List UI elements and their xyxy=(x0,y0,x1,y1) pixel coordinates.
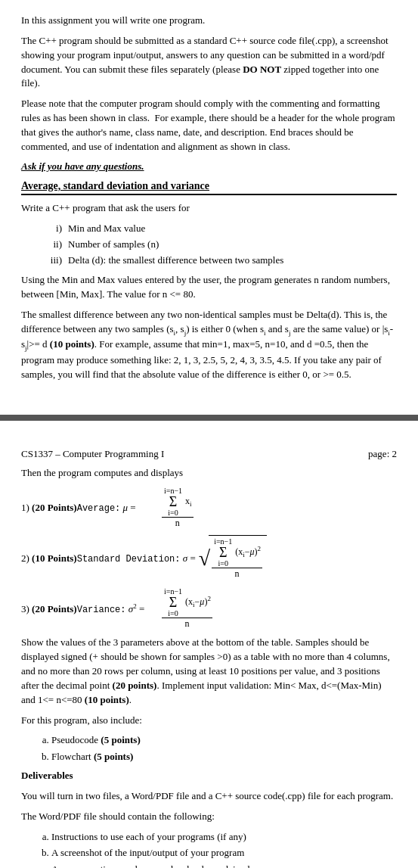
para4: Using the Min and Max values entered by … xyxy=(21,273,397,302)
para3: Please note that the computer program sh… xyxy=(21,97,397,154)
list-num-1: i) xyxy=(44,221,65,237)
word-pdf-list: Instructions to use each of your program… xyxy=(44,830,397,868)
deliverables-title: Deliverables xyxy=(21,769,397,783)
para1: In this assignment you will write one pr… xyxy=(21,14,397,28)
list-row-1: i) Min and Max value xyxy=(44,221,286,237)
word-pdf-para: The Word/PDF file should contain the fol… xyxy=(21,810,397,824)
formula-average-label: 1) (20 Points)Average: μ = xyxy=(21,502,157,514)
formula-average-math: i=n−1 Σ i=0 xi n xyxy=(160,487,195,529)
formula-variance-math: i=n−1 Σ i=0 (xi−μ)2 n xyxy=(160,587,214,630)
formula-average: 1) (20 Points)Average: μ = i=n−1 Σ i=0 x… xyxy=(21,487,397,529)
para2: The C++ program should be submitted as a… xyxy=(21,34,397,91)
header-left: CS1337 – Computer Programming I xyxy=(21,448,164,460)
word-pdf-item-2: A screenshot of the input/output of your… xyxy=(51,846,397,860)
word-pdf-item-3: Any assumption you have made, clearly ex… xyxy=(51,863,397,868)
page2: CS1337 – Computer Programming I page: 2 … xyxy=(0,434,418,868)
header-right: page: 2 xyxy=(368,448,397,460)
list-items: i) Min and Max value ii) Number of sampl… xyxy=(44,221,397,269)
ask-link[interactable]: Ask if you have any questions. xyxy=(21,160,397,173)
list-val-2: Number of samples (n) xyxy=(65,237,286,253)
show-para: Show the values of the 3 parameters abov… xyxy=(21,636,397,707)
word-pdf-item-1: Instructions to use each of your program… xyxy=(51,830,397,845)
also-para: For this program, also include: xyxy=(21,714,397,728)
list-val-3: Delta (d): the smallest difference betwe… xyxy=(65,253,286,269)
write-intro: Write a C++ program that ask the users f… xyxy=(21,201,397,216)
list-num-3: iii) xyxy=(44,253,65,269)
page1: In this assignment you will write one pr… xyxy=(0,0,418,401)
list-num-2: ii) xyxy=(44,237,65,253)
para5: The smallest difference between any two … xyxy=(21,308,397,382)
page2-header: CS1337 – Computer Programming I page: 2 xyxy=(21,448,397,460)
formula-stddev-math: √ i=n−1 Σ i=0 (xi−μ)2 n xyxy=(199,535,267,581)
then-para: Then the program computes and displays xyxy=(21,466,397,481)
do-not-bold: DO NOT xyxy=(243,64,281,75)
also-list-item-2: Flowchart (5 points) xyxy=(51,750,397,764)
deliverables-para: You will turn in two files, a Word/PDF f… xyxy=(21,789,397,804)
list-table: i) Min and Max value ii) Number of sampl… xyxy=(44,221,286,269)
formula-stddev-label: 2) (10 Points)Standard Deviation: σ = xyxy=(21,552,196,565)
section1-title: Average, standard deviation and variance xyxy=(21,180,397,195)
list-val-1: Min and Max value xyxy=(65,221,286,237)
list-row-3: iii) Delta (d): the smallest difference … xyxy=(44,253,286,269)
page-divider xyxy=(0,415,418,421)
also-list-item-1: Pseudocode (5 points) xyxy=(51,733,397,748)
formula-variance-label: 3) (20 Points)Variance: σ2 = xyxy=(21,602,157,615)
list-row-2: ii) Number of samples (n) xyxy=(44,237,286,253)
formula-stddev: 2) (10 Points)Standard Deviation: σ = √ … xyxy=(21,535,397,581)
formula-variance: 3) (20 Points)Variance: σ2 = i=n−1 Σ i=0… xyxy=(21,587,397,630)
also-list: Pseudocode (5 points) Flowchart (5 point… xyxy=(44,733,397,764)
